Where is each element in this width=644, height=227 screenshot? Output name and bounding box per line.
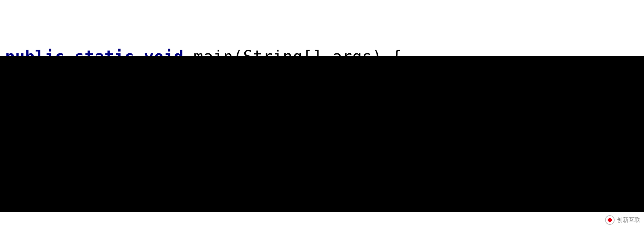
watermark: 创新互联 [603,213,644,227]
redacted-overlay [0,56,644,212]
watermark-logo-icon [605,215,615,225]
watermark-text: 创新互联 [617,216,640,224]
